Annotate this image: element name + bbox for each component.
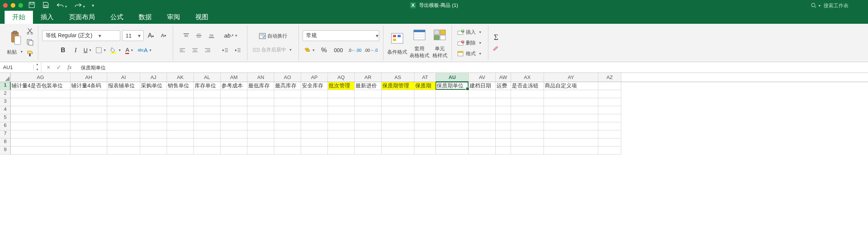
cell-AY5[interactable] (544, 114, 598, 122)
cell-AJ4[interactable] (140, 106, 167, 114)
cell-AP4[interactable] (301, 106, 328, 114)
cell-AV6[interactable] (469, 122, 496, 130)
cell-AZ6[interactable] (598, 122, 621, 130)
cell-AG4[interactable] (11, 106, 70, 114)
column-header-AQ[interactable]: AQ (328, 73, 355, 82)
cell-AY4[interactable] (544, 106, 598, 114)
cell-AP5[interactable] (301, 114, 328, 122)
cell-AG8[interactable] (11, 138, 70, 146)
column-header-AX[interactable]: AX (511, 73, 544, 82)
increase-decimal-icon[interactable]: .0←.00 (347, 45, 362, 56)
fill-color-button[interactable]: ▾ (110, 45, 123, 56)
cell-styles-button[interactable]: 单元 格样式 (432, 27, 448, 59)
cell-AW1[interactable]: 运费 (496, 82, 511, 90)
cell-AS8[interactable] (382, 138, 414, 146)
cell-AO3[interactable] (274, 98, 301, 106)
cell-AS2[interactable] (382, 90, 414, 98)
cell-AX9[interactable] (511, 146, 544, 155)
column-header-AT[interactable]: AT (414, 73, 436, 82)
cell-AH2[interactable] (70, 90, 107, 98)
name-box-stepper[interactable]: ▴▾ (34, 62, 41, 73)
cell-AX5[interactable] (511, 114, 544, 122)
bold-button[interactable]: B (57, 45, 68, 56)
conditional-format-button[interactable]: 条件格式 (387, 30, 407, 56)
cell-AY1[interactable]: 商品自定义项 (544, 82, 598, 90)
cell-AM5[interactable] (221, 114, 247, 122)
cell-AP1[interactable]: 安全库存 (301, 82, 328, 90)
undo-icon[interactable]: ▾ (56, 2, 67, 9)
maximize-window-icon[interactable] (18, 3, 23, 8)
delete-cells-button[interactable]: ×删除▾ (456, 39, 484, 47)
cell-AH1[interactable]: 辅计量4条码 (70, 82, 107, 90)
cell-AS3[interactable] (382, 98, 414, 106)
clear-icon[interactable] (492, 46, 500, 53)
cell-AO6[interactable] (274, 122, 301, 130)
cell-AV7[interactable] (469, 130, 496, 138)
cell-AO5[interactable] (274, 114, 301, 122)
row-header-9[interactable]: 9 (0, 146, 11, 155)
cell-AX4[interactable] (511, 106, 544, 114)
cell-AR1[interactable]: 最新进价 (355, 82, 382, 90)
cell-AL2[interactable] (194, 90, 221, 98)
tab-页面布局[interactable]: 页面布局 (61, 10, 103, 24)
cell-AW5[interactable] (496, 114, 511, 122)
cell-AZ4[interactable] (598, 106, 621, 114)
save-icon[interactable] (42, 2, 49, 10)
redo-icon[interactable]: ▾ (74, 2, 85, 9)
cell-AN3[interactable] (247, 98, 274, 106)
cell-AU4[interactable] (436, 106, 469, 114)
insert-cells-button[interactable]: +插入▾ (456, 28, 484, 36)
cell-AJ9[interactable] (140, 146, 167, 155)
cell-AT5[interactable] (414, 114, 436, 122)
cell-AO7[interactable] (274, 130, 301, 138)
cell-AN4[interactable] (247, 106, 274, 114)
cell-AT8[interactable] (414, 138, 436, 146)
cell-AY8[interactable] (544, 138, 598, 146)
column-header-AR[interactable]: AR (355, 73, 382, 82)
cell-AU9[interactable] (436, 146, 469, 155)
merge-center-button[interactable]: 合并后居中▾ (251, 46, 295, 54)
column-header-AO[interactable]: AO (274, 73, 301, 82)
decrease-font-icon[interactable]: A▾ (158, 30, 169, 41)
cell-AQ8[interactable] (328, 138, 355, 146)
cell-AL4[interactable] (194, 106, 221, 114)
cell-AX7[interactable] (511, 130, 544, 138)
cell-AJ3[interactable] (140, 98, 167, 106)
cell-AM8[interactable] (221, 138, 247, 146)
cell-AP6[interactable] (301, 122, 328, 130)
cell-AG9[interactable] (11, 146, 70, 155)
cell-AO1[interactable]: 最高库存 (274, 82, 301, 90)
cell-AR2[interactable] (355, 90, 382, 98)
cell-AN8[interactable] (247, 138, 274, 146)
cell-AP7[interactable] (301, 130, 328, 138)
cell-AU5[interactable] (436, 114, 469, 122)
tab-开始[interactable]: 开始 (5, 10, 33, 24)
cell-AL9[interactable] (194, 146, 221, 155)
cell-AK7[interactable] (167, 130, 194, 138)
align-right-icon[interactable] (202, 45, 213, 56)
cell-AM7[interactable] (221, 130, 247, 138)
search-input[interactable] (823, 2, 865, 9)
cell-AH3[interactable] (70, 98, 107, 106)
cell-AT7[interactable] (414, 130, 436, 138)
tab-数据[interactable]: 数据 (131, 10, 159, 24)
cell-AP2[interactable] (301, 90, 328, 98)
cell-AZ3[interactable] (598, 98, 621, 106)
cell-AQ1[interactable]: 批次管理 (328, 82, 355, 90)
cell-AG7[interactable] (11, 130, 70, 138)
cell-AW9[interactable] (496, 146, 511, 155)
cell-AX3[interactable] (511, 98, 544, 106)
cell-AT2[interactable] (414, 90, 436, 98)
cell-AU2[interactable] (436, 90, 469, 98)
column-header-AJ[interactable]: AJ (140, 73, 167, 82)
orientation-icon[interactable]: ab↗▾ (224, 30, 239, 41)
cell-AL8[interactable] (194, 138, 221, 146)
percent-icon[interactable]: % (319, 45, 329, 56)
cell-AR9[interactable] (355, 146, 382, 155)
tab-视图[interactable]: 视图 (188, 10, 216, 24)
cell-AP9[interactable] (301, 146, 328, 155)
cell-AJ2[interactable] (140, 90, 167, 98)
cell-AL6[interactable] (194, 122, 221, 130)
confirm-formula-icon[interactable]: ✓ (56, 64, 61, 71)
cell-AT4[interactable] (414, 106, 436, 114)
